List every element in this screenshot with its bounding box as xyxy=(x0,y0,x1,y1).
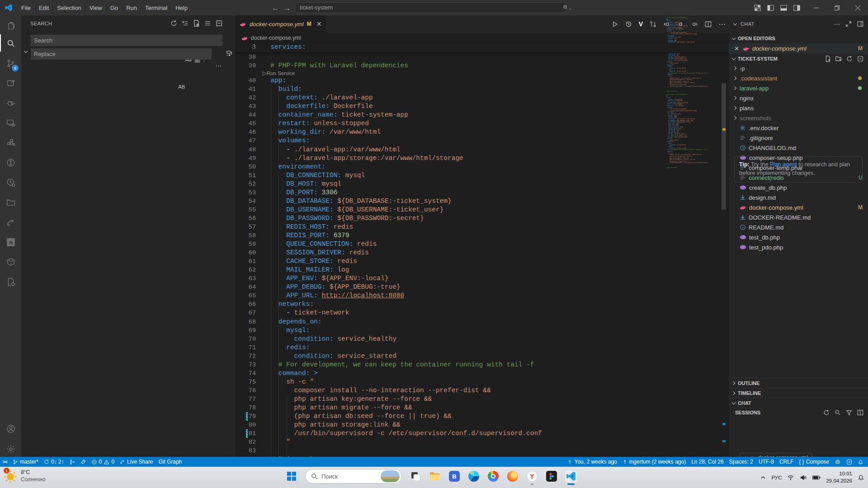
toggle-sidebar-icon[interactable] xyxy=(767,5,774,11)
git-graph-status[interactable]: Git Graph xyxy=(156,457,184,467)
search-input[interactable]: Search Aa ab .* xyxy=(31,35,222,46)
code-line-65[interactable]: 65 APP_URL: http://localhost:8080 xyxy=(235,291,669,300)
file-explorer-icon[interactable] xyxy=(429,470,441,482)
code-line-64[interactable]: 64 APP_DEBUG: ${APP_DEBUG:-true} xyxy=(235,283,669,291)
tray-chevron-icon[interactable] xyxy=(760,475,766,480)
indentation-status[interactable]: Spaces: 2 xyxy=(726,457,756,467)
code-line-50[interactable]: 50 environment: xyxy=(235,163,669,171)
task-file-icon[interactable] xyxy=(0,273,21,291)
branch-status[interactable]: master* xyxy=(10,457,41,467)
code-line-42[interactable]: 42 context: ./laravel-app xyxy=(235,94,669,102)
collapse-folders-icon[interactable] xyxy=(857,56,863,62)
tree-item-.codeassistant[interactable]: .codeassistant xyxy=(729,73,868,83)
tree-item-nginx[interactable]: nginx xyxy=(729,93,868,103)
scrollbar-thumb[interactable] xyxy=(722,83,726,210)
run-icon[interactable] xyxy=(612,21,618,28)
code-line-55[interactable]: 55 DB_USERNAME: ${DB_USERNAME:-ticket_us… xyxy=(235,206,669,214)
code-line-51[interactable]: 51 DB_CONNECTION: mysql xyxy=(235,171,669,180)
code-line-78[interactable]: 78 php artisan migrate --force && xyxy=(235,404,669,412)
code-line-54[interactable]: 54 DB_DATABASE: ${DB_DATABASE:-ticket_sy… xyxy=(235,197,669,206)
menu-terminal[interactable]: Terminal xyxy=(141,0,171,15)
code-line-40[interactable]: 40 app: xyxy=(235,76,669,85)
nav-forward-icon[interactable]: → xyxy=(283,4,291,12)
problems-status[interactable]: 0 0 xyxy=(89,457,117,467)
extensions-icon[interactable] xyxy=(0,134,21,152)
open-editors-header[interactable]: OPEN EDITORS xyxy=(729,33,868,43)
new-folder-icon[interactable] xyxy=(835,56,842,62)
input-language[interactable]: РУС xyxy=(771,475,782,480)
filter-sessions-icon[interactable] xyxy=(846,409,852,416)
edge-icon[interactable] xyxy=(468,470,480,482)
code-line-79[interactable]: 79 (php artisan db:seed --force || true)… xyxy=(235,412,669,421)
account-icon[interactable] xyxy=(0,420,21,438)
live-share-status[interactable]: Live Share xyxy=(117,457,156,467)
code-line-52[interactable]: 52 DB_HOST: mysql xyxy=(235,180,669,188)
code-line-58[interactable]: 58 REDIS_PORT: 6379 xyxy=(235,231,669,240)
close-button[interactable] xyxy=(847,0,868,15)
battery-icon[interactable] xyxy=(812,475,821,480)
rocket-status-icon[interactable] xyxy=(78,457,89,467)
wifi-icon[interactable] xyxy=(787,474,794,481)
restore-button[interactable] xyxy=(826,0,847,15)
refresh-sessions-icon[interactable] xyxy=(823,409,830,416)
edit-session-status-icon[interactable] xyxy=(844,457,855,467)
tree-item-test-pdo.php[interactable]: test_pdo.php xyxy=(729,242,868,252)
customize-layout-icon[interactable] xyxy=(754,5,761,11)
code-line-57[interactable]: 57 REDIS_HOST: redis xyxy=(235,223,669,231)
nav-back-icon[interactable]: ← xyxy=(271,4,279,12)
tab-close-icon[interactable]: ✕ xyxy=(316,20,322,28)
gitlens-icon[interactable] xyxy=(0,154,21,172)
tree-item-docker-compose.yml[interactable]: docker-compose.ymlM xyxy=(729,202,868,212)
code-line-71[interactable]: 71 redis: xyxy=(235,343,669,352)
remote-explorer-icon[interactable] xyxy=(0,114,21,132)
yandex-browser-icon[interactable]: Y xyxy=(526,470,538,482)
minimize-button[interactable] xyxy=(806,0,826,15)
code-line-61[interactable]: 61 CACHE_STORE: redis xyxy=(235,257,669,266)
collapse-all-icon[interactable] xyxy=(216,20,222,27)
tree-item-create-db.php[interactable]: create_db.php xyxy=(729,183,868,192)
menu-edit[interactable]: Edit xyxy=(35,0,53,15)
taskbar-search[interactable]: Поиск xyxy=(305,469,402,483)
timeline-history-icon[interactable] xyxy=(625,21,632,28)
run-debug-icon[interactable] xyxy=(0,94,21,112)
minimap[interactable]: # PHP-FPM with Laravel dependencies app:… xyxy=(665,15,708,268)
code-line-69[interactable]: 69 mysql: xyxy=(235,326,669,335)
code-line-80[interactable]: 80 php artisan storage:link && xyxy=(235,421,669,429)
clear-search-results-icon[interactable] xyxy=(182,20,189,27)
search-refresh-icon[interactable] xyxy=(170,20,177,27)
git-compare-icon[interactable] xyxy=(650,21,656,28)
open-search-editor-icon[interactable] xyxy=(193,20,200,27)
code-line-46[interactable]: 46 working_dir: /var/www/html xyxy=(235,128,669,136)
menu-go[interactable]: Go xyxy=(106,0,122,15)
layout-dropdown-icon[interactable]: ⧉ ⌄ xyxy=(563,4,572,10)
code-line-47[interactable]: 47 volumes: xyxy=(235,136,669,145)
code-line-82[interactable]: 82 " xyxy=(235,438,669,446)
code-line-39[interactable]: 39 # PHP-FPM with Laravel dependencies xyxy=(235,61,669,70)
source-control-icon[interactable]: 6 xyxy=(0,54,21,72)
explorer-root-header[interactable]: TICKET-SYSTEM xyxy=(729,53,868,63)
search-icon[interactable] xyxy=(0,34,21,52)
settings-gear-icon[interactable] xyxy=(0,440,21,458)
menu-view[interactable]: View xyxy=(85,0,106,15)
code-line-44[interactable]: 44 container_name: ticket-system-app xyxy=(235,111,669,119)
maximize-panel-icon[interactable] xyxy=(845,21,852,27)
timeline-section[interactable]: TIMELINE xyxy=(729,388,868,398)
code-line-63[interactable]: 63 APP_ENV: ${APP_ENV:-local} xyxy=(235,274,669,283)
code-line-62[interactable]: 62 MAIL_MAILER: log xyxy=(235,266,669,274)
encoding-status[interactable]: UTF-8 xyxy=(756,457,777,467)
firefox-icon[interactable] xyxy=(507,470,519,482)
code-line-43[interactable]: 43 dockerfile: Dockerfile xyxy=(235,102,669,111)
code-viewport[interactable]: 3839 # PHP-FPM with Laravel dependencies… xyxy=(235,52,669,457)
menu-run[interactable]: Run xyxy=(122,0,141,15)
tree-item-readme.md[interactable]: README.md xyxy=(729,222,868,232)
code-line-77[interactable]: 77 php artisan key:generate --force && xyxy=(235,395,669,404)
code-line-60[interactable]: 60 SESSION_DRIVER: redis xyxy=(235,249,669,257)
tree-item--p[interactable]: -p xyxy=(729,63,868,73)
notebook-n-icon[interactable]: n xyxy=(0,233,21,251)
code-line-76[interactable]: 76 composer install --no-interaction --p… xyxy=(235,386,669,395)
chat-section[interactable]: CHAT xyxy=(729,398,868,408)
tree-item-test-db.php[interactable]: test_db.php xyxy=(729,232,868,242)
chrome-icon[interactable] xyxy=(487,470,499,482)
tree-item-plans[interactable]: plans xyxy=(729,103,868,113)
panel-layout-icon[interactable] xyxy=(857,21,863,27)
